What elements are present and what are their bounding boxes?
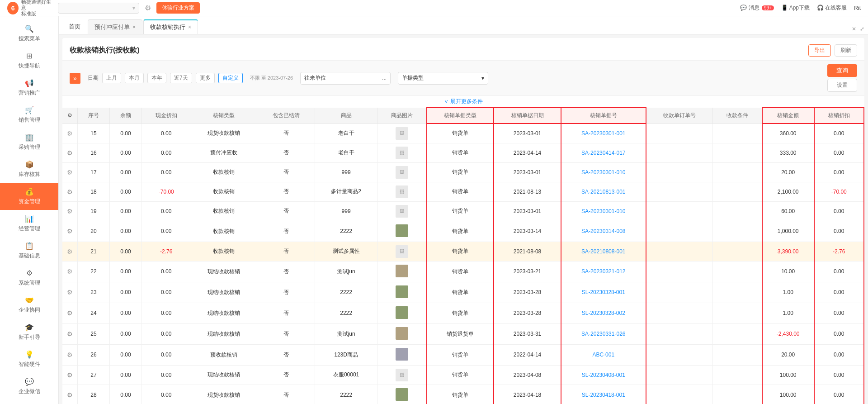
bill-no-link[interactable]: SA-20210808-001 [581,248,625,255]
setting-button[interactable]: 设置 [827,79,857,92]
row-gear-icon[interactable]: ⚙ [67,371,73,379]
top-search-bar[interactable]: ▾ [58,3,139,14]
close-verify-tab-icon[interactable]: × [188,24,191,30]
bill-no-link[interactable]: SA-20230301-010 [581,169,625,176]
industry-solution-button[interactable]: 休验行业方案 [156,2,200,14]
bill-no-link[interactable]: SA-20230301-001 [581,130,625,137]
col-settings[interactable]: ⚙ [62,261,78,282]
col-settings[interactable]: ⚙ [62,182,78,201]
col-settings[interactable]: ⚙ [62,124,78,143]
bill-no-link[interactable]: SA-20230331-026 [581,331,625,337]
col-bill-no[interactable]: SA-20230321-012 [561,261,646,282]
sidebar-item-8[interactable]: 📋基础信息 [0,237,58,264]
tab-home[interactable]: 首页 [62,19,87,34]
sidebar-item-6[interactable]: 💰资金管理 [0,183,58,210]
col-settings[interactable]: ⚙ [62,242,78,261]
col-settings[interactable]: ⚙ [62,323,78,344]
row-gear-icon[interactable]: ⚙ [67,391,73,399]
sidebar-item-4[interactable]: 🏢采购管理 [0,128,58,156]
row-gear-icon[interactable]: ⚙ [67,130,73,137]
col-settings[interactable]: ⚙ [62,201,78,221]
col-bill-no[interactable]: SA-20210808-001 [561,242,646,261]
bill-no-link[interactable]: SA-20230414-017 [581,150,625,156]
col-settings[interactable]: ⚙ [62,385,78,404]
sidebar-item-11[interactable]: 🎓新手引导 [0,318,58,346]
bill-no-link[interactable]: ABC-001 [592,352,614,358]
bill-no-link[interactable]: SA-20210813-001 [581,189,625,195]
gear-icon[interactable]: ⚙ [145,4,151,12]
col-settings[interactable]: ⚙ [62,303,78,323]
col-bill-no[interactable]: SA-20230331-026 [561,323,646,344]
row-gear-icon[interactable]: ⚙ [67,169,73,176]
col-bill-no[interactable]: SL-20230418-001 [561,385,646,404]
close-all-tabs-icon[interactable]: ✕ [852,26,856,32]
col-bill-no[interactable]: ABC-001 [561,344,646,365]
export-button[interactable]: 导出 [808,44,831,57]
expand-more-button[interactable]: ∨ 展开更多条件 [62,96,864,107]
bill-no-link[interactable]: SA-20230301-010 [581,208,625,214]
col-bill-no[interactable]: SL-20230408-001 [561,365,646,385]
bill-no-link[interactable]: SL-20230328-001 [582,289,625,295]
sidebar-item-13[interactable]: 💬企业微信 [0,373,58,400]
row-gear-icon[interactable]: ⚙ [67,309,73,317]
filter-custom-button[interactable]: 自定义 [218,73,243,83]
refresh-button[interactable]: 刷新 [835,44,857,57]
col-settings[interactable]: ⚙ [62,143,78,162]
sidebar-item-3[interactable]: 🛒销售管理 [0,101,58,128]
bill-no-link[interactable]: SL-20230328-002 [582,310,625,316]
sidebar-item-9[interactable]: ⚙系统管理 [0,264,58,291]
col-settings[interactable]: ⚙ [62,162,78,182]
bill-no-link[interactable]: SL-20230418-001 [582,392,625,398]
col-settings[interactable]: ⚙ [62,365,78,385]
row-gear-icon[interactable]: ⚙ [67,289,73,296]
filter-more-button[interactable]: 更多 [196,73,215,83]
col-bill-no[interactable]: SA-20210813-001 [561,182,646,201]
filter-this-year-button[interactable]: 本年 [147,73,166,83]
filter-7days-button[interactable]: 近7天 [170,73,192,83]
tab-prepay[interactable]: 预付冲应付单 × [88,19,142,34]
filter-this-month-button[interactable]: 本月 [125,73,144,83]
row-gear-icon[interactable]: ⚙ [67,330,73,337]
sidebar-item-2[interactable]: 📢营销推广 [0,74,58,101]
sidebar-item-0[interactable]: 🔍搜索菜单 [0,20,58,47]
filter-last-month-button[interactable]: 上月 [102,73,121,83]
col-bill-no[interactable]: SA-20230314-008 [561,221,646,242]
online-service-button[interactable]: 🎧 在线客服 [817,4,847,12]
sidebar-item-14[interactable]: V畅会员 [0,400,58,404]
maximize-icon[interactable]: ⤢ [860,26,864,32]
notification-button[interactable]: 💬 消息 99+ [740,4,774,12]
sidebar-item-7[interactable]: 📊经营管理 [0,210,58,237]
sidebar-item-5[interactable]: 📦库存核算 [0,156,58,183]
close-prepay-tab-icon[interactable]: × [132,24,136,30]
col-bill-no[interactable]: SA-20230414-017 [561,143,646,162]
sidebar-item-10[interactable]: 🤝企业协同 [0,291,58,318]
row-gear-icon[interactable]: ⚙ [67,188,73,195]
sidebar-item-1[interactable]: ⊞快捷导航 [0,47,58,74]
col-bill-no[interactable]: SA-20230301-010 [561,201,646,221]
query-button[interactable]: 查询 [827,64,857,77]
bill-no-link[interactable]: SA-20230321-012 [581,268,625,275]
type-filter[interactable]: 单据类型 ▾ [398,72,488,85]
col-settings[interactable]: ⚙ [62,221,78,242]
col-settings[interactable]: ⚙ [62,282,78,303]
row-gear-icon[interactable]: ⚙ [67,228,73,235]
row-gear-icon[interactable]: ⚙ [67,208,73,215]
row-gear-icon[interactable]: ⚙ [67,351,73,358]
row-gear-icon[interactable]: ⚙ [67,268,73,275]
bill-no-link[interactable]: SL-20230408-001 [582,372,625,378]
col-bill-no[interactable]: SA-20230301-001 [561,124,646,143]
company-filter[interactable]: 往来单位 ... [300,72,391,85]
row-gear-icon[interactable]: ⚙ [67,149,73,157]
app-download-button[interactable]: 📱 App下载 [781,4,810,12]
expand-arrow-button[interactable]: » [70,73,80,84]
col-settings[interactable]: ⚙ [62,344,78,365]
tab-verify[interactable]: 收款核销执行 × [143,19,198,34]
col-bill-no[interactable]: SA-20230301-010 [561,162,646,182]
bill-no-link[interactable]: SA-20230314-008 [581,228,625,234]
col-bill-no[interactable]: SL-20230328-002 [561,303,646,323]
sidebar-label-0: 搜索菜单 [19,35,40,43]
row-gear-icon[interactable]: ⚙ [67,248,73,255]
search-input[interactable] [62,5,116,11]
sidebar-item-12[interactable]: 💡智能硬件 [0,346,58,373]
col-bill-no[interactable]: SL-20230328-001 [561,282,646,303]
